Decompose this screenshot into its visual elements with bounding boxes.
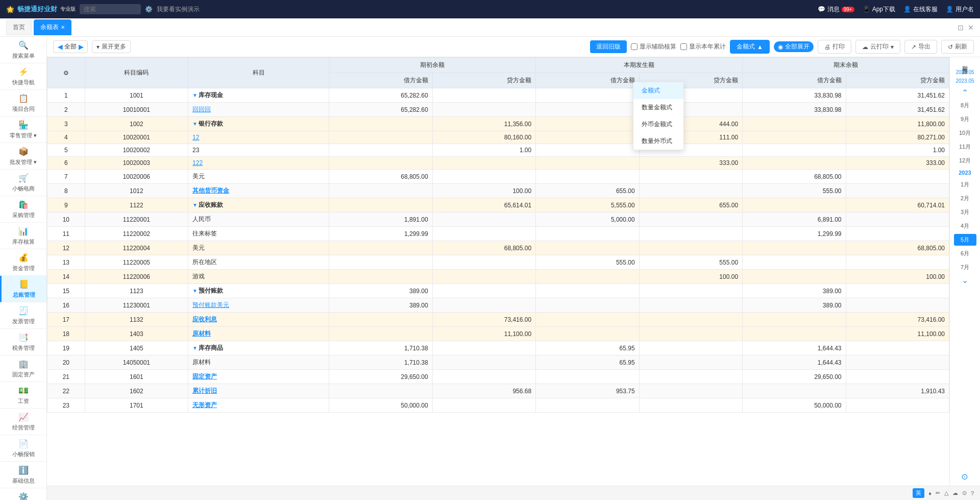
month-11[interactable]: 11月: [954, 141, 976, 153]
sidebar-label-basic: 基础信息: [12, 477, 35, 485]
month-2[interactable]: 2月: [954, 193, 976, 204]
sidebar-item-operations[interactable]: 📈 经营管理: [0, 409, 46, 435]
message-badge: 99+: [842, 7, 854, 12]
tab-restore-btn[interactable]: ⊡: [958, 23, 964, 32]
sidebar-item-retail[interactable]: 🏪 零售管理 ▾: [0, 116, 46, 143]
user-avatar[interactable]: 👤 用户名: [946, 5, 974, 14]
settings-icon[interactable]: ⚙️: [145, 6, 153, 13]
cell-name[interactable]: 回回回: [188, 103, 329, 117]
cell-name[interactable]: 其他货币资金: [188, 184, 329, 198]
tab-bar-right: ⊡ ✕: [958, 23, 974, 32]
toggle-icon: ◉: [778, 43, 783, 51]
cell-name[interactable]: 固定资产: [188, 370, 329, 384]
month-12[interactable]: 12月: [954, 155, 976, 166]
sidebar-item-ecommerce[interactable]: 🛒 小畅电商: [0, 170, 46, 196]
dropdown-item-qty-amount[interactable]: 数量金额式: [633, 99, 683, 116]
sidebar-item-invoice[interactable]: 🧾 发票管理: [0, 302, 46, 329]
tab-close-btn[interactable]: ✕: [61, 25, 65, 30]
refresh-btn[interactable]: ↺ 刷新: [941, 40, 974, 54]
cell-closing-credit: 31,451.62: [846, 103, 949, 117]
sidebar-item-capital[interactable]: 💰 资金管理: [0, 249, 46, 276]
lang-btn[interactable]: 英: [913, 488, 924, 498]
cell-name[interactable]: 应收利息: [188, 313, 329, 327]
message-btn[interactable]: 💬 消息 99+: [818, 5, 854, 14]
show-ytd-check[interactable]: 显示本年累计: [680, 42, 726, 51]
print-btn[interactable]: 🖨 打印: [818, 40, 851, 54]
sidebar-label-inventory: 库存核算: [12, 238, 35, 246]
sidebar-item-system[interactable]: ⚙️ 系统管理: [0, 488, 46, 500]
sidebar-item-project[interactable]: 📋 项目合同: [0, 90, 46, 116]
cell-name[interactable]: 原材料: [188, 327, 329, 341]
month-6[interactable]: 6月: [954, 248, 976, 259]
show-auxiliary-check[interactable]: 显示辅助核算: [631, 42, 676, 51]
top-search-input[interactable]: [80, 4, 141, 14]
cell-period-debit: 5,555.00: [536, 198, 639, 212]
sidebar-item-quicknav[interactable]: ⚡ 快捷导航: [0, 63, 46, 90]
month-5[interactable]: 5月: [954, 234, 976, 246]
back-old-btn[interactable]: 退回旧版: [590, 40, 627, 53]
sidebar-item-inventory[interactable]: 📊 库存核算: [0, 223, 46, 249]
cell-name[interactable]: 预付账款美元: [188, 298, 329, 313]
demo-link[interactable]: 我要看实例演示: [157, 5, 200, 14]
content-area: ◀ 全部 ▶ ▾ 展开更多 退回旧版 显示辅助核算 显示本年累计: [47, 37, 980, 500]
month-3[interactable]: 3月: [954, 206, 976, 218]
sidebar-item-tax[interactable]: 📑 税务管理: [0, 329, 46, 355]
app-download-btn[interactable]: 📱 App下载: [863, 5, 895, 14]
sidebar-item-payroll[interactable]: 💵 工资: [0, 382, 46, 409]
dropdown-item-amount[interactable]: 金额式: [633, 82, 683, 99]
dropdown-item-qty-forex[interactable]: 数量外币式: [633, 133, 683, 150]
cell-code: 10010001: [85, 103, 188, 117]
cell-name[interactable]: 累计折旧: [188, 384, 329, 398]
sidebar-item-assets[interactable]: 🏢 固定资产: [0, 355, 46, 382]
tab-close-all-btn[interactable]: ✕: [968, 23, 974, 32]
month-9[interactable]: 9月: [954, 113, 976, 125]
sidebar-item-search[interactable]: 🔍 搜索菜单: [0, 37, 46, 63]
sidebar-item-wholesale[interactable]: 📦 批发管理 ▾: [0, 143, 46, 170]
sidebar-item-report[interactable]: 📄 小畅报销: [0, 435, 46, 462]
cell-name: 原材料: [188, 355, 329, 370]
cell-code: 11220006: [85, 270, 188, 284]
ytd-checkbox[interactable]: [680, 43, 687, 50]
expand-all-toggle[interactable]: ◉ 全部展开: [774, 41, 814, 52]
th-settings[interactable]: ⚙: [47, 58, 85, 88]
cell-name[interactable]: 122: [188, 157, 329, 170]
edit-icon[interactable]: ✏: [936, 490, 940, 496]
cell-period-credit: [639, 327, 742, 341]
cloud-print-btn[interactable]: ☁ 云打印 ▾: [855, 40, 900, 54]
cell-name[interactable]: 12: [188, 131, 329, 144]
cell-period-debit: [536, 241, 639, 255]
expand-more-btn[interactable]: ▾ 展开更多: [92, 40, 131, 53]
left-arrow-icon: ◀: [58, 43, 62, 51]
cell-code: 11220004: [85, 241, 188, 255]
sidebar-item-accounting[interactable]: 📒 总账管理: [0, 276, 46, 302]
cell-closing-debit: 389.00: [743, 298, 846, 313]
quicknav-icon: ⚡: [18, 67, 29, 77]
cell-period-debit: [536, 103, 639, 117]
month-7[interactable]: 7月: [954, 261, 976, 273]
sidebar-item-basic[interactable]: ℹ️ 基础信息: [0, 462, 46, 488]
online-service-btn[interactable]: 👤 在线客服: [903, 5, 938, 14]
tab-home[interactable]: 首页: [6, 19, 32, 35]
prev-year-btn[interactable]: ⌃: [962, 88, 968, 98]
tab-balance[interactable]: 余额表 ✕: [34, 19, 71, 35]
dropdown-item-forex-amount[interactable]: 外币金额式: [633, 116, 683, 133]
month-4[interactable]: 4月: [954, 220, 976, 232]
next-year-btn[interactable]: ⌄: [962, 275, 968, 285]
project-icon: 📋: [18, 93, 29, 103]
help-icon[interactable]: ?: [971, 490, 974, 496]
table-row: 710020006 美元 68,805.0068,805.00: [47, 170, 949, 184]
table-row: 221602 累计折旧 956.68953.751,910.43: [47, 384, 949, 398]
cell-code: 14050001: [85, 355, 188, 370]
cell-closing-debit: [743, 144, 846, 157]
month-8[interactable]: 8月: [954, 100, 976, 111]
all-btn[interactable]: ◀ 全部 ▶: [53, 40, 88, 53]
month-1[interactable]: 1月: [954, 179, 976, 191]
month-10[interactable]: 10月: [954, 127, 976, 139]
panel-collapse-btn[interactable]: ⊙: [960, 473, 970, 480]
cell-name[interactable]: 无形资产: [188, 398, 329, 413]
top-bar: 🌟 畅捷通好业财 专业版 ⚙️ 我要看实例演示 💬 消息 99+ 📱 App下载…: [0, 0, 980, 18]
auxiliary-checkbox[interactable]: [631, 43, 638, 50]
amount-mode-btn[interactable]: 金额式 ▲: [730, 40, 770, 54]
export-btn[interactable]: ↗ 导出: [904, 40, 937, 54]
sidebar-item-purchase[interactable]: 🛍️ 采购管理: [0, 196, 46, 223]
